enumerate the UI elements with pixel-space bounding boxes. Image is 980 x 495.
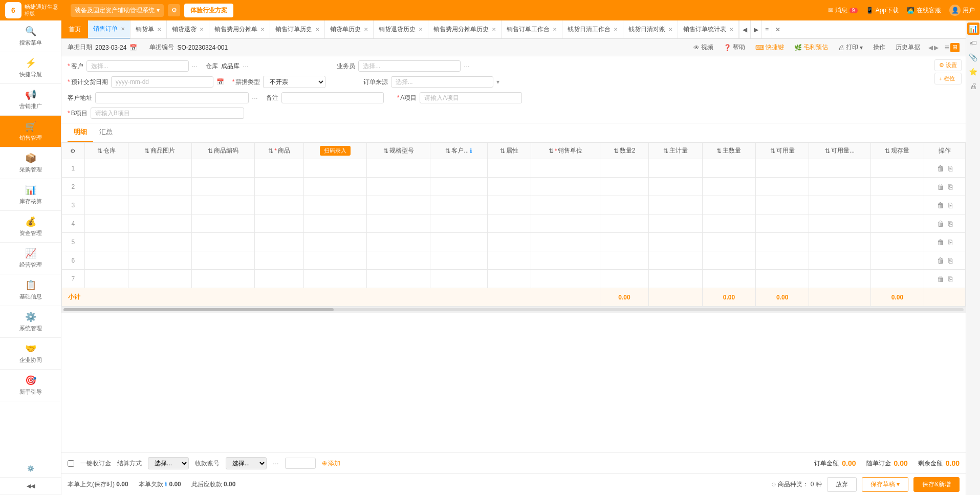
solution-button[interactable]: 体验行业方案	[184, 4, 233, 17]
col-settings[interactable]: ⚙	[62, 143, 85, 159]
tab-close-icon[interactable]: ✕	[157, 27, 161, 32]
copy-row-icon[interactable]: ⎘	[947, 220, 953, 228]
account-select[interactable]: 选择...	[226, 457, 267, 469]
col-product[interactable]: ⇅ * 商品	[255, 143, 304, 159]
right-sidebar-chart[interactable]: 📊	[967, 23, 979, 35]
delete-row-icon[interactable]: 🗑	[936, 183, 945, 191]
sidebar-settings[interactable]: ⚙️	[0, 460, 61, 478]
copy-row-icon[interactable]: ⎘	[947, 275, 953, 283]
one-click-checkbox[interactable]	[68, 460, 74, 467]
system-selector[interactable]: 装备及固定资产辅助管理系统 ▾	[71, 4, 164, 17]
view-btn[interactable]: 👁 视频	[691, 42, 715, 53]
b-project-input[interactable]	[91, 107, 244, 119]
salesperson-input[interactable]	[358, 60, 461, 72]
col-available2[interactable]: ⇅ 可用量...	[809, 143, 870, 159]
remark-input[interactable]	[281, 92, 384, 103]
tab-close-icon[interactable]: ✕	[492, 27, 496, 32]
tab-close-icon[interactable]: ✕	[200, 27, 204, 32]
tab-nav-prev[interactable]: ◀	[739, 20, 750, 39]
tab-order-workbench[interactable]: 销售订单工作台 ✕	[502, 20, 562, 39]
discard-button[interactable]: 放弃	[827, 477, 857, 492]
copy-row-icon[interactable]: ⎘	[947, 164, 953, 173]
tab-summary[interactable]: 汇总	[93, 123, 119, 142]
payment-amount-input[interactable]: 0.00	[285, 458, 316, 469]
tab-daily-workbench[interactable]: 钱货日清工作台 ✕	[562, 20, 623, 39]
addr-dots[interactable]: ···	[252, 94, 258, 102]
col-product-code[interactable]: ⇅ 商品编码	[191, 143, 255, 159]
sidebar-item-operation[interactable]: 📈 经营管理	[0, 243, 61, 274]
warehouse-dots[interactable]: ···	[243, 62, 249, 70]
customer-input[interactable]	[86, 60, 189, 72]
sidebar-item-purchase[interactable]: 📦 采购管理	[0, 147, 61, 179]
print-btn[interactable]: 🖨 打印 ▾	[836, 42, 865, 53]
user-menu[interactable]: 👤 用户	[949, 5, 975, 16]
col-current-stock[interactable]: ⇅ 现存量	[870, 143, 924, 159]
sidebar-item-system[interactable]: ⚙️ 系统管理	[0, 306, 61, 338]
right-sidebar-print[interactable]: 🖨	[967, 80, 979, 92]
tab-nav-next[interactable]: ▶	[750, 20, 761, 39]
tab-close-icon[interactable]: ✕	[121, 26, 125, 32]
copy-row-icon[interactable]: ⎘	[947, 256, 953, 265]
a-project-input[interactable]	[420, 92, 522, 103]
tab-close-icon[interactable]: ✕	[729, 27, 733, 32]
messages-button[interactable]: ✉ 消息 9	[828, 6, 858, 15]
col-main-unit[interactable]: ⇅ 主计量	[649, 143, 702, 159]
delete-row-icon[interactable]: 🗑	[936, 238, 945, 246]
tab-sales-history[interactable]: 销售订单历史 ✕	[270, 20, 325, 39]
copy-row-icon[interactable]: ⎘	[947, 201, 953, 209]
date-picker-icon[interactable]: 📅	[216, 78, 224, 85]
sidebar-item-marketing[interactable]: 📢 营销推广	[0, 84, 61, 116]
tab-sales-fee[interactable]: 销售费用分摊单 ✕	[209, 20, 270, 39]
save-draft-button[interactable]: 保存草稿 ▾	[862, 477, 908, 492]
tab-nav-close[interactable]: ✕	[772, 20, 783, 39]
tab-close-icon[interactable]: ✕	[260, 27, 265, 32]
col-warehouse[interactable]: ⇅ 仓库	[84, 143, 128, 159]
settings-overlay-btn[interactable]: ⚙ 设置	[934, 59, 962, 71]
delete-row-icon[interactable]: 🗑	[936, 201, 945, 209]
calendar-icon[interactable]: 📅	[129, 44, 137, 51]
delete-row-icon[interactable]: 🗑	[936, 256, 945, 265]
help-btn[interactable]: ❓ 帮助	[722, 42, 747, 53]
right-sidebar-tag[interactable]: 🏷	[967, 37, 979, 49]
tab-sales-invoice[interactable]: 销货单 ✕	[130, 20, 167, 39]
tab-close-icon[interactable]: ✕	[553, 27, 557, 32]
delete-row-icon[interactable]: 🗑	[936, 220, 945, 228]
sidebar-item-enterprise[interactable]: 🤝 企业协同	[0, 338, 61, 370]
delivery-date-input[interactable]	[111, 76, 213, 88]
tab-close-icon[interactable]: ✕	[668, 27, 672, 32]
col-available[interactable]: ⇅ 可用量	[756, 143, 809, 159]
profit-btn[interactable]: 🌿 毛利预估	[792, 42, 830, 53]
tab-sales-return[interactable]: 销货退货 ✕	[167, 20, 209, 39]
list-view-icon[interactable]: ≡	[945, 43, 949, 52]
right-sidebar-star[interactable]: ⭐	[967, 66, 979, 78]
tab-close-icon[interactable]: ✕	[419, 27, 423, 32]
tab-fee-history[interactable]: 销售费用分摊单历史 ✕	[428, 20, 502, 39]
sidebar-item-inventory[interactable]: 📊 库存核算	[0, 179, 61, 211]
draft-chevron-icon[interactable]: ▾	[897, 481, 900, 488]
payment-dots[interactable]: ···	[273, 459, 279, 467]
order-source-input[interactable]	[391, 76, 493, 88]
next-record-icon[interactable]: ▶	[934, 44, 939, 51]
save-new-button[interactable]: 保存&新增	[913, 477, 960, 492]
copy-row-icon[interactable]: ⎘	[947, 183, 953, 191]
delete-row-icon[interactable]: 🗑	[936, 164, 945, 173]
tab-nav-menu[interactable]: ≡	[761, 20, 772, 39]
tab-close-icon[interactable]: ✕	[315, 27, 319, 32]
history-btn[interactable]: 历史单据	[894, 42, 922, 53]
delete-row-icon[interactable]: 🗑	[936, 275, 945, 283]
shortcut-btn[interactable]: ⌨ 快捷键	[753, 42, 786, 53]
scan-button[interactable]: 扫码录入	[320, 146, 351, 156]
add-col-btn[interactable]: + 栏位	[934, 73, 962, 84]
sidebar-item-finance[interactable]: 💰 资金管理	[0, 211, 61, 243]
sidebar-item-search[interactable]: 🔍 搜索菜单	[0, 20, 61, 52]
salesperson-dots[interactable]: ···	[464, 62, 470, 70]
tab-home[interactable]: 首页	[61, 20, 88, 39]
tab-invoice-history[interactable]: 销货单历史 ✕	[325, 20, 374, 39]
horizontal-scrollbar[interactable]	[61, 307, 966, 313]
payment-method-select[interactable]: 选择...	[148, 457, 189, 469]
customer-dots[interactable]: ···	[192, 62, 198, 70]
tab-return-history[interactable]: 销货退货历史 ✕	[374, 20, 428, 39]
col-main-qty[interactable]: ⇅ 主数量	[702, 143, 755, 159]
prev-record-icon[interactable]: ◀	[928, 44, 933, 51]
col-spec[interactable]: ⇅ 规格型号	[367, 143, 430, 159]
